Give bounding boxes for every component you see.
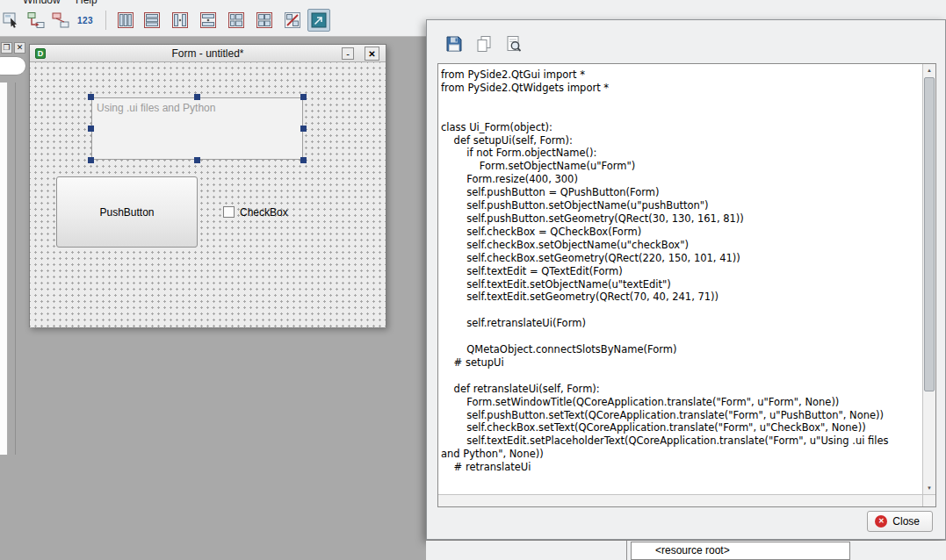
menu-window[interactable]: Window <box>23 0 61 6</box>
resize-handle-top-right[interactable] <box>300 94 307 100</box>
checkbox-indicator[interactable] <box>223 206 235 218</box>
adjust-size-icon[interactable] <box>307 9 330 32</box>
pushbutton-label: PushButton <box>99 206 154 219</box>
code-editor[interactable]: from PySide2.QtGui import * from PySide2… <box>437 63 936 507</box>
layout-vertical-icon[interactable] <box>141 9 163 32</box>
layout-v-splitter-glyph <box>199 11 217 29</box>
dock-float-icon[interactable]: ❐ <box>1 42 12 54</box>
layout-horizontal-glyph <box>117 11 134 29</box>
resize-handle-middle-right[interactable] <box>300 126 307 132</box>
copy-icon[interactable] <box>472 32 495 55</box>
minimize-button[interactable]: - <box>342 47 354 60</box>
layout-h-splitter-glyph <box>171 11 189 29</box>
edit-widgets-icon[interactable] <box>0 9 23 32</box>
textedit-widget[interactable]: Using .ui files and Python <box>91 97 303 160</box>
break-layout-icon[interactable] <box>281 9 304 32</box>
close-button-label: Close <box>892 515 920 528</box>
scrollbar-thumb[interactable] <box>924 77 935 391</box>
resize-handle-top-left[interactable] <box>88 94 94 100</box>
tab-order-glyph: 123 <box>77 16 93 25</box>
resize-handle-bottom-middle[interactable] <box>194 157 200 163</box>
scroll-down-icon[interactable]: ▼ <box>923 482 935 494</box>
resize-handle-middle-left[interactable] <box>88 126 94 132</box>
textedit-placeholder: Using .ui files and Python <box>92 98 302 118</box>
widget-filter-input[interactable] <box>0 56 26 75</box>
find-icon[interactable] <box>502 32 525 55</box>
edit-widgets-glyph <box>3 11 20 29</box>
resource-root-item[interactable]: <resource root> <box>631 542 850 560</box>
floppy-glyph <box>444 34 464 54</box>
widget-box-list[interactable] <box>0 83 8 455</box>
layout-vertical-glyph <box>143 11 161 29</box>
find-glyph <box>504 34 524 54</box>
adjust-size-glyph <box>310 11 328 29</box>
close-window-button[interactable]: ✕ <box>365 47 379 61</box>
resource-browser-panel: <resource root> <box>426 541 946 560</box>
layout-form-glyph <box>227 11 245 29</box>
code-text: from PySide2.QtGui import * from PySide2… <box>441 68 921 492</box>
layout-grid-glyph <box>256 11 273 29</box>
signals-slots-glyph <box>27 11 45 29</box>
edit-buddies-icon[interactable] <box>49 9 72 32</box>
close-button[interactable]: ✕ Close <box>867 511 933 532</box>
form-canvas[interactable]: Using .ui files and Python PushButton Ch… <box>30 62 386 327</box>
checkbox-label: CheckBox <box>240 206 288 219</box>
widget-box-scrollbar[interactable] <box>15 83 16 455</box>
break-layout-glyph <box>284 11 301 29</box>
scrollbar-corner <box>922 494 935 506</box>
edit-buddies-glyph <box>52 11 69 29</box>
layout-horizontal-splitter-icon[interactable] <box>169 9 191 32</box>
toolbar-separator <box>105 11 106 30</box>
layout-horizontal-icon[interactable] <box>114 9 137 32</box>
qt-designer-window: Window Help 123 <box>0 0 946 560</box>
form-titlebar[interactable]: D Form - untitled* - ✕ <box>30 45 386 62</box>
save-icon[interactable] <box>442 32 466 55</box>
vertical-scrollbar[interactable]: ▲ ▼ <box>922 64 935 494</box>
code-preview-dialog: from PySide2.QtGui import * from PySide2… <box>426 19 946 540</box>
resize-handle-bottom-right[interactable] <box>300 157 307 163</box>
horizontal-scrollbar[interactable] <box>438 494 923 506</box>
resize-handle-top-middle[interactable] <box>194 94 200 100</box>
scroll-up-icon[interactable]: ▲ <box>923 64 935 76</box>
copy-glyph <box>474 34 494 54</box>
resize-handle-bottom-left[interactable] <box>88 157 94 163</box>
edit-signals-slots-icon[interactable] <box>25 9 47 32</box>
close-icon: ✕ <box>875 515 887 528</box>
edit-tab-order-icon[interactable]: 123 <box>74 9 97 32</box>
menu-help[interactable]: Help <box>76 0 97 6</box>
checkbox-widget[interactable]: CheckBox <box>223 194 312 230</box>
form-window-title: Form - untitled* <box>30 47 386 60</box>
layout-vertical-splitter-icon[interactable] <box>197 9 220 32</box>
panel-splitter[interactable] <box>626 541 627 560</box>
form-editor-window: D Form - untitled* - ✕ Using .ui files a… <box>29 44 386 327</box>
layout-grid-icon[interactable] <box>253 9 276 32</box>
layout-form-icon[interactable] <box>225 9 248 32</box>
form-window-icon: D <box>35 48 46 59</box>
pushbutton-widget[interactable]: PushButton <box>56 176 198 248</box>
dock-close-icon[interactable]: ✕ <box>14 42 25 54</box>
